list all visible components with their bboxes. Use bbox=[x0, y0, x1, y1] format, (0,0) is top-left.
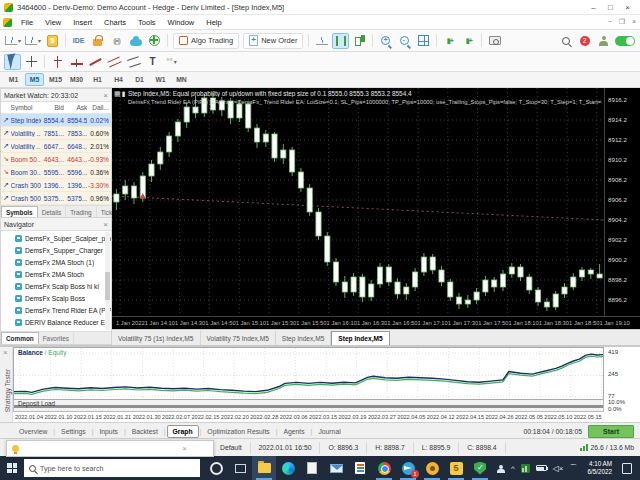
tester-tab-optimization-results[interactable]: Optimization Results bbox=[202, 426, 274, 437]
menu-help[interactable]: Help bbox=[200, 18, 227, 27]
navigator-item[interactable]: DemsFx Scalp Boss hi ki bbox=[1, 280, 111, 292]
taskbar-chrome[interactable] bbox=[372, 456, 396, 480]
tab-favorites[interactable]: Favorites bbox=[39, 332, 74, 344]
task-view-button[interactable] bbox=[228, 456, 252, 480]
battery-icon[interactable] bbox=[536, 465, 547, 471]
timeframe-w1[interactable]: W1 bbox=[151, 73, 170, 86]
child-close-icon[interactable]: × bbox=[628, 18, 640, 26]
network-icon[interactable]: ⌒ bbox=[569, 463, 577, 474]
column-daily[interactable]: Dail... bbox=[87, 104, 109, 111]
vertical-line-tool-button[interactable] bbox=[49, 54, 66, 70]
taskbar-file-explorer[interactable] bbox=[252, 456, 276, 480]
trendline-tool-button[interactable] bbox=[87, 54, 104, 70]
menu-charts[interactable]: Charts bbox=[98, 18, 132, 27]
navigator-item[interactable]: DemsFx 2MA Stoch bbox=[1, 268, 111, 280]
taskbar-notepad[interactable] bbox=[300, 456, 324, 480]
taskbar-search-box[interactable]: Type here to search bbox=[24, 459, 200, 477]
chart-window[interactable]: ▦▮ Step Index,M5: Equal probability of u… bbox=[112, 88, 640, 345]
lock-button[interactable] bbox=[89, 33, 106, 49]
taskbar-mail[interactable] bbox=[324, 456, 348, 480]
market-watch-row[interactable]: ↘ Boom 50... 4643... 4643... -0.93% bbox=[1, 153, 111, 166]
column-bid[interactable]: Bid bbox=[41, 104, 64, 111]
chart-tab[interactable]: Step Index,M5 bbox=[331, 331, 389, 345]
community-button[interactable] bbox=[146, 33, 163, 49]
taskbar-clock[interactable]: 4:10 AM6/5/2022 bbox=[583, 460, 616, 476]
tester-tab-overview[interactable]: Overview bbox=[14, 426, 52, 437]
close-button[interactable]: × bbox=[619, 3, 636, 12]
navigator-item[interactable]: DemsFx Trend Rider EA (PiP bbox=[1, 304, 111, 316]
timeframe-mn[interactable]: MN bbox=[172, 73, 191, 86]
tick-chart-button[interactable] bbox=[313, 33, 330, 49]
tester-tab-inputs[interactable]: Inputs bbox=[94, 426, 123, 437]
maximize-button[interactable]: □ bbox=[602, 3, 619, 12]
taskbar-defender[interactable] bbox=[468, 456, 492, 480]
timeframe-m30[interactable]: M30 bbox=[67, 73, 86, 86]
menu-view[interactable]: View bbox=[39, 18, 67, 27]
chart-tab[interactable]: Volatility 75 (1s) Index,M5 bbox=[112, 331, 201, 345]
equidistant-channel-tool-button[interactable] bbox=[125, 54, 142, 70]
child-minimize-icon[interactable]: − bbox=[604, 18, 616, 26]
add-object-window-button[interactable]: ▮+ bbox=[460, 33, 477, 49]
tester-tab-backtest[interactable]: Backtest bbox=[127, 426, 163, 437]
tab-common[interactable]: Common bbox=[1, 332, 39, 344]
cursor-tool-button[interactable] bbox=[4, 54, 21, 70]
tray-chart-icon[interactable] bbox=[521, 464, 530, 473]
column-symbol[interactable]: Symbol bbox=[11, 104, 41, 111]
navigator-item[interactable]: DemsFx 2MA Stoch (1) bbox=[1, 256, 111, 268]
market-watch-row[interactable]: ↗ Crash 300... 1396... 1396... -3.30% bbox=[1, 179, 111, 192]
chart-tab[interactable]: Step Index,M5 bbox=[276, 331, 332, 345]
tester-tab-agents[interactable]: Agents bbox=[278, 426, 309, 437]
taskbar-mt5[interactable]: 5 bbox=[444, 456, 468, 480]
chart-type-button[interactable]: ▾ bbox=[4, 33, 22, 49]
timeframe-h4[interactable]: H4 bbox=[109, 73, 128, 86]
navigator-item[interactable]: DemsFx Scalp Boss bbox=[1, 292, 111, 304]
market-watch-row[interactable]: ↗ Step Index 8554.4 8554.5 0.02% bbox=[1, 114, 111, 127]
navigator-item[interactable]: DemsFx_Super_Scalper_pro bbox=[1, 232, 111, 244]
tile-windows-button[interactable] bbox=[415, 33, 432, 49]
candle-chart-button[interactable] bbox=[351, 33, 368, 49]
tester-tab-graph[interactable]: Graph bbox=[167, 425, 199, 438]
time-axis[interactable]: 1 Jan 20221 Jan 14:101 Jan 14:301 Jan 14… bbox=[112, 316, 640, 329]
child-restore-icon[interactable]: ❐ bbox=[616, 18, 628, 26]
navigator-item[interactable]: DERIV Balance Reducer EA (... bbox=[1, 316, 111, 328]
column-ask[interactable]: Ask bbox=[64, 104, 87, 111]
menu-window[interactable]: Window bbox=[162, 18, 201, 27]
navigator-item[interactable]: DemsFx_Supper_Charger bbox=[1, 244, 111, 256]
text-tool-button[interactable]: T bbox=[144, 54, 161, 70]
tester-tab-journal[interactable]: Journal bbox=[313, 426, 345, 437]
timeframe-m15[interactable]: M15 bbox=[46, 73, 65, 86]
market-watch-row[interactable]: ↗ Crash 500... 5375... 5375... 0.96% bbox=[1, 192, 111, 205]
new-order-button[interactable]: New Order bbox=[243, 33, 303, 49]
start-button[interactable]: Start bbox=[588, 425, 634, 438]
ide-button[interactable]: IDE bbox=[70, 33, 87, 49]
navigator-scrollbar[interactable] bbox=[105, 232, 110, 330]
chart-tab[interactable]: Volatility 75 Index,M5 bbox=[201, 331, 276, 345]
scrollbar-thumb[interactable] bbox=[105, 272, 110, 300]
notifications-button[interactable]: 2 bbox=[576, 33, 593, 49]
market-watch-row[interactable]: ↗ Volatility ... 7851... 7853... 0.60% bbox=[1, 127, 111, 140]
taskbar-telegram[interactable]: 1 bbox=[396, 456, 420, 480]
tester-tab-settings[interactable]: Settings bbox=[56, 426, 91, 437]
minimize-button[interactable]: – bbox=[585, 3, 602, 12]
popup-close-icon[interactable]: × bbox=[182, 444, 187, 453]
add-indicator-window-button[interactable]: ▮+ bbox=[441, 33, 458, 49]
close-icon[interactable]: × bbox=[103, 91, 108, 100]
chart-plot-area[interactable] bbox=[112, 88, 604, 316]
taskbar-opera[interactable] bbox=[204, 456, 228, 480]
start-button[interactable] bbox=[0, 456, 24, 480]
taskbar-edge[interactable] bbox=[276, 456, 300, 480]
zoom-in-button[interactable]: + bbox=[377, 33, 394, 49]
profiles-button[interactable]: ▾ bbox=[24, 33, 42, 49]
timeframe-m5[interactable]: M5 bbox=[25, 73, 44, 86]
search-button[interactable] bbox=[557, 33, 574, 49]
cloud-button[interactable] bbox=[127, 33, 144, 49]
people-icon[interactable] bbox=[497, 469, 505, 473]
menu-file[interactable]: File bbox=[15, 18, 39, 27]
crosshair-tool-button[interactable] bbox=[23, 54, 40, 70]
auto-trade-button[interactable]: $ bbox=[44, 33, 61, 49]
action-center-icon[interactable] bbox=[622, 463, 632, 474]
market-watch-row[interactable]: ↘ Boom 30... 5595... 5596... 0.36% bbox=[1, 166, 111, 179]
timeframe-h1[interactable]: H1 bbox=[88, 73, 107, 86]
horizontal-line-tool-button[interactable] bbox=[68, 54, 85, 70]
timeframe-d1[interactable]: D1 bbox=[130, 73, 149, 86]
